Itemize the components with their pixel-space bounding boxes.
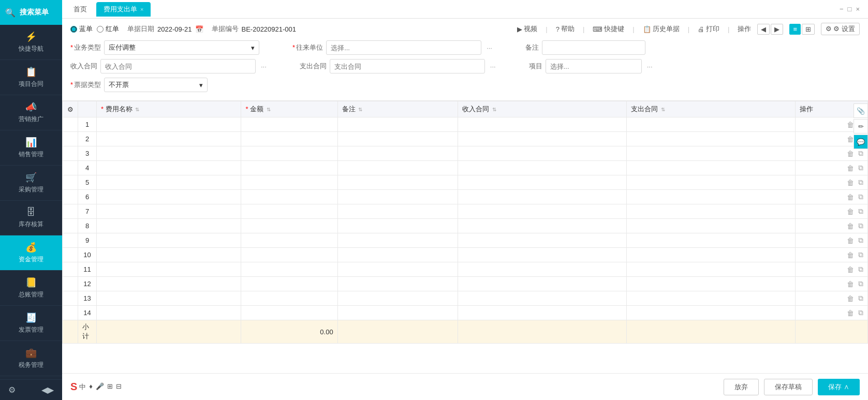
col-settings[interactable]: ⚙	[63, 101, 78, 117]
tab-home[interactable]: 首页	[66, 2, 94, 17]
col-notes[interactable]: 备注 ⇅	[337, 101, 458, 117]
sort-icon-notes[interactable]: ⇅	[358, 107, 362, 112]
copy-row-icon[interactable]: ⧉	[858, 236, 863, 245]
row-notes-cell[interactable]	[337, 233, 458, 248]
row-expense-name-cell[interactable]	[97, 219, 241, 233]
sidebar-item-tax[interactable]: 💼 税务管理	[0, 341, 62, 376]
shortcuts-link[interactable]: ⌨ 快捷键	[593, 24, 624, 34]
delete-row-icon[interactable]: 🗑	[847, 193, 854, 201]
sticky-chat-icon[interactable]: 💬	[854, 135, 868, 149]
tab-close-icon[interactable]: ×	[140, 6, 143, 12]
calendar-icon[interactable]: 📅	[195, 25, 203, 33]
copy-row-icon[interactable]: ⧉	[858, 250, 863, 259]
sort-icon-amount[interactable]: ⇅	[267, 107, 271, 112]
income-contract-more-icon[interactable]: ···	[261, 63, 267, 70]
row-amount-cell[interactable]	[241, 306, 337, 320]
delete-row-icon[interactable]: 🗑	[847, 135, 854, 143]
delete-row-icon[interactable]: 🗑	[847, 164, 854, 172]
window-close-btn[interactable]: − □ ×	[835, 5, 864, 13]
row-expense-contract-cell[interactable]	[627, 117, 796, 132]
delete-row-icon[interactable]: 🗑	[847, 208, 854, 216]
expense-contract-more-icon[interactable]: ···	[490, 63, 496, 70]
row-notes-cell[interactable]	[337, 117, 458, 132]
row-income-contract-cell[interactable]	[458, 204, 627, 219]
row-notes-cell[interactable]	[337, 248, 458, 262]
col-expense-name[interactable]: * 费用名称 ⇅	[97, 101, 241, 117]
row-expense-name-cell[interactable]	[97, 146, 241, 161]
row-expense-name-cell[interactable]	[97, 204, 241, 219]
copy-row-icon[interactable]: ⧉	[858, 221, 863, 230]
col-expense-contract[interactable]: 支出合同 ⇅	[627, 101, 796, 117]
blue-bill-radio[interactable]: 蓝单	[70, 24, 93, 34]
red-bill-radio[interactable]: 红单	[97, 24, 119, 34]
settings-btn[interactable]: ⚙ ⚙ 设置	[821, 23, 860, 35]
partner-more-icon[interactable]: ···	[487, 44, 492, 52]
col-amount[interactable]: * 金额 ⇅	[241, 101, 337, 117]
sticky-pencil-icon[interactable]: ✏	[854, 119, 868, 134]
row-expense-contract-cell[interactable]	[627, 161, 796, 175]
window-min-icon[interactable]: −	[840, 5, 844, 13]
copy-row-icon[interactable]: ⧉	[858, 192, 863, 201]
row-income-contract-cell[interactable]	[458, 219, 627, 233]
row-amount-cell[interactable]	[241, 277, 337, 291]
sticky-clip-icon[interactable]: 📎	[854, 103, 868, 118]
logo-icon-minus-grid[interactable]: ⊟	[116, 382, 122, 392]
sidebar-item-procurement[interactable]: 🛒 采购管理	[0, 166, 62, 201]
sidebar-item-quick-nav[interactable]: ⚡ 快捷导航	[0, 25, 62, 60]
sort-icon-expense-contract[interactable]: ⇅	[661, 107, 665, 112]
copy-row-icon[interactable]: ⧉	[858, 164, 863, 172]
row-notes-cell[interactable]	[337, 291, 458, 306]
col-income-contract[interactable]: 收入合同 ⇅	[458, 101, 627, 117]
row-expense-name-cell[interactable]	[97, 277, 241, 291]
delete-row-icon[interactable]: 🗑	[847, 265, 854, 274]
copy-row-icon[interactable]: ⧉	[858, 294, 863, 303]
settings-icon[interactable]: ⚙	[8, 385, 16, 395]
row-amount-cell[interactable]	[241, 248, 337, 262]
nav-prev-btn[interactable]: ◀	[757, 24, 770, 35]
row-amount-cell[interactable]	[241, 291, 337, 306]
ticket-type-select[interactable]: 不开票 ▾	[104, 78, 208, 92]
logo-icon-mic[interactable]: 🎤	[96, 382, 104, 392]
sidebar-search-label[interactable]: 搜索菜单	[20, 8, 49, 17]
row-expense-contract-cell[interactable]	[627, 291, 796, 306]
view-grid-btn[interactable]: ⊞	[802, 24, 815, 35]
row-notes-cell[interactable]	[337, 146, 458, 161]
copy-row-icon[interactable]: ⧉	[858, 279, 863, 288]
sidebar-item-capital[interactable]: 💰 资金管理	[0, 235, 62, 271]
partner-input[interactable]	[326, 40, 481, 55]
row-amount-cell[interactable]	[241, 175, 337, 190]
row-expense-name-cell[interactable]	[97, 291, 241, 306]
delete-row-icon[interactable]: 🗑	[847, 121, 854, 129]
row-notes-cell[interactable]	[337, 219, 458, 233]
logo-icon-zhong[interactable]: 中	[79, 382, 86, 392]
row-expense-contract-cell[interactable]	[627, 204, 796, 219]
remarks-input[interactable]	[542, 40, 645, 55]
expense-contract-input[interactable]	[330, 59, 485, 73]
row-amount-cell[interactable]	[241, 146, 337, 161]
save-button[interactable]: 保存 ∧	[818, 379, 860, 395]
row-notes-cell[interactable]	[337, 132, 458, 146]
logo-icon-grid[interactable]: ⊞	[107, 382, 113, 392]
row-expense-contract-cell[interactable]	[627, 248, 796, 262]
row-notes-cell[interactable]	[337, 204, 458, 219]
row-expense-name-cell[interactable]	[97, 262, 241, 277]
sidebar-item-general-ledger[interactable]: 📒 总账管理	[0, 271, 62, 306]
save-draft-button[interactable]: 保存草稿	[764, 379, 813, 395]
row-income-contract-cell[interactable]	[458, 146, 627, 161]
delete-row-icon[interactable]: 🗑	[847, 150, 854, 158]
copy-row-icon[interactable]: ⧉	[858, 149, 863, 158]
delete-row-icon[interactable]: 🗑	[847, 179, 854, 187]
row-expense-contract-cell[interactable]	[627, 146, 796, 161]
row-income-contract-cell[interactable]	[458, 291, 627, 306]
view-list-btn[interactable]: ≡	[789, 24, 801, 35]
project-more-icon[interactable]: ···	[647, 63, 653, 70]
help-link[interactable]: ? 帮助	[556, 24, 575, 34]
tab-expense[interactable]: 费用支出单 ×	[96, 2, 151, 17]
copy-row-icon[interactable]: ⧉	[858, 308, 863, 317]
row-expense-contract-cell[interactable]	[627, 190, 796, 204]
window-close-icon[interactable]: ×	[856, 5, 860, 13]
window-max-icon[interactable]: □	[848, 5, 852, 13]
income-contract-input[interactable]	[100, 59, 256, 73]
sidebar-item-sales[interactable]: 📊 销售管理	[0, 130, 62, 166]
logo-icon-diamond[interactable]: ♦	[89, 382, 93, 392]
